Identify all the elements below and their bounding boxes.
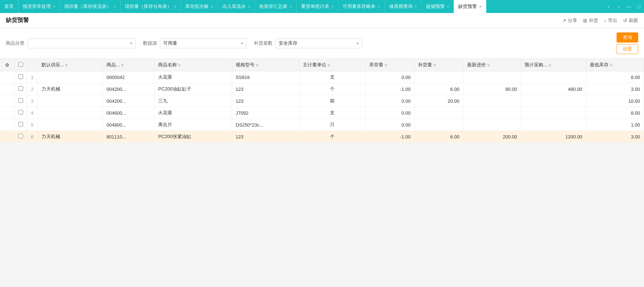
tab-close-icon[interactable]: × bbox=[174, 4, 176, 9]
tab-maximize-button[interactable]: □ bbox=[634, 0, 644, 13]
tab-close-icon[interactable]: × bbox=[248, 4, 250, 9]
tab-item-10[interactable]: 超储预警× bbox=[422, 0, 454, 13]
tab-item-11[interactable]: 缺货预警× bbox=[454, 0, 486, 13]
page-header: 缺货预警 ↗ 分享 ⊞ 补货 ↓ 导出 ↺ 刷新 bbox=[0, 13, 644, 28]
tab-close-icon[interactable]: × bbox=[290, 4, 292, 9]
cell-unit: 只 bbox=[299, 119, 366, 131]
col-header-min_stock[interactable]: 最低库存⇅ bbox=[586, 59, 644, 71]
tab-close-icon[interactable]: × bbox=[211, 4, 213, 9]
cell-stock: 0.00 bbox=[366, 107, 414, 119]
gear-icon[interactable]: ⚙ bbox=[5, 62, 9, 68]
cell-min_stock: 8.00 bbox=[586, 71, 644, 83]
col-header-spec[interactable]: 规格型号⇅ bbox=[232, 59, 299, 71]
tab-item-9[interactable]: 保质期查询× bbox=[385, 0, 422, 13]
row-checkbox[interactable] bbox=[18, 86, 23, 91]
tab-item-6[interactable]: 收发存汇总表× bbox=[255, 0, 296, 13]
select-all-checkbox[interactable] bbox=[18, 62, 23, 67]
table-wrapper: ⚙默认供应...⇅商品...⇅商品名称⇅规格型号⇅主计量单位⇅库存量⇅补货量⇅最… bbox=[0, 59, 644, 143]
col-header-unit[interactable]: 主计量单位⇅ bbox=[299, 59, 366, 71]
cell-supplier: 力天机械 bbox=[38, 131, 103, 143]
tab-close-icon[interactable]: × bbox=[53, 4, 55, 9]
row-checkbox[interactable] bbox=[18, 134, 23, 138]
category-arrow-icon: ▾ bbox=[130, 41, 132, 46]
query-button[interactable]: 查询 bbox=[617, 32, 638, 43]
refresh-button[interactable]: ↺ 刷新 bbox=[623, 17, 638, 24]
category-select[interactable]: ▾ bbox=[27, 38, 136, 48]
col-header-gear: ⚙ bbox=[0, 59, 14, 71]
replenish-filter-group: 补货基数 安全库存 ▾ bbox=[254, 38, 362, 48]
tab-item-3[interactable]: 现存量（库存分布表）× bbox=[121, 0, 181, 13]
tab-item-0[interactable]: 首页 bbox=[0, 0, 18, 13]
col-label: 主计量单位 bbox=[303, 62, 326, 68]
tab-close-icon[interactable]: × bbox=[378, 4, 380, 9]
tab-minimize-button[interactable]: — bbox=[624, 0, 634, 13]
tab-close-icon[interactable]: × bbox=[479, 4, 481, 9]
cell-est_purchase bbox=[521, 107, 586, 119]
tab-next-button[interactable]: › bbox=[614, 0, 624, 13]
tab-label: 出入库流水 bbox=[222, 3, 246, 10]
col-label: 预计采购... bbox=[525, 62, 547, 68]
tab-item-7[interactable]: 要货单统计表× bbox=[297, 0, 338, 13]
table-body: 10000042火花塞SS816支0.008.002力天机械004200...P… bbox=[0, 71, 644, 143]
cell-latest_price bbox=[463, 119, 521, 131]
tab-label: 拣货异常处理 bbox=[23, 3, 51, 10]
col-label: 商品名称 bbox=[158, 62, 177, 68]
replenish-button[interactable]: ⊞ 补货 bbox=[583, 17, 598, 24]
col-header-est_purchase[interactable]: 预计采购...⇅ bbox=[521, 59, 586, 71]
replenish-select[interactable]: 安全库存 ▾ bbox=[275, 38, 362, 48]
col-header-stock[interactable]: 库存量⇅ bbox=[366, 59, 414, 71]
cell-replenish: 20.00 bbox=[414, 95, 463, 107]
cell-check bbox=[14, 119, 27, 131]
row-checkbox[interactable] bbox=[18, 98, 23, 103]
col-header-latest_price[interactable]: 最新进价⇅ bbox=[463, 59, 521, 71]
col-header-name[interactable]: 商品名称⇅ bbox=[155, 59, 232, 71]
category-label: 商品分类 bbox=[6, 40, 25, 47]
cell-name: PC200张紧油缸 bbox=[155, 131, 232, 143]
datasource-select[interactable]: 可用量 ▾ bbox=[160, 38, 247, 48]
cell-check bbox=[14, 83, 27, 95]
cell-replenish: 6.00 bbox=[414, 83, 463, 95]
tab-item-5[interactable]: 出入库流水× bbox=[218, 0, 255, 13]
sort-icon-min_stock: ⇅ bbox=[610, 63, 613, 67]
tab-close-icon[interactable]: × bbox=[113, 4, 116, 9]
share-button[interactable]: ↗ 分享 bbox=[562, 17, 577, 24]
row-checkbox[interactable] bbox=[18, 74, 23, 79]
col-header-sku[interactable]: 商品...⇅ bbox=[103, 59, 155, 71]
tab-item-8[interactable]: 可用量库存账本× bbox=[338, 0, 384, 13]
tab-close-icon[interactable]: × bbox=[415, 4, 417, 9]
cell-replenish bbox=[414, 107, 463, 119]
cell-name: 火花塞 bbox=[155, 71, 232, 83]
table-row: 6力天机械801110...PC200张紧油缸123个-1.006.00200.… bbox=[0, 131, 644, 143]
cell-min_stock: 1.00 bbox=[586, 119, 644, 131]
tab-nav-buttons: ‹ › — □ bbox=[604, 0, 644, 13]
cell-sku: 004600... bbox=[103, 107, 155, 119]
datasource-arrow-icon: ▾ bbox=[241, 41, 243, 46]
tab-prev-button[interactable]: ‹ bbox=[604, 0, 614, 13]
row-checkbox[interactable] bbox=[18, 110, 23, 115]
table-row: 10000042火花塞SS816支0.008.00 bbox=[0, 71, 644, 83]
col-header-replenish[interactable]: 补货量⇅ bbox=[414, 59, 463, 71]
filter-area: 商品分类 ▾ 数据源 可用量 ▾ 补货基数 安全库存 ▾ 查询 设置 bbox=[0, 28, 644, 59]
cell-supplier: 力天机械 bbox=[38, 83, 103, 95]
cell-stock: 0.00 bbox=[366, 71, 414, 83]
cell-rownum: 6 bbox=[27, 131, 38, 143]
tab-close-icon[interactable]: × bbox=[447, 4, 449, 9]
tab-close-icon[interactable]: × bbox=[331, 4, 334, 9]
replenish-value: 安全库存 bbox=[279, 40, 297, 47]
cell-est_purchase: 480.00 bbox=[521, 83, 586, 95]
tab-label: 要货单统计表 bbox=[301, 3, 329, 10]
cell-latest_price: 80.00 bbox=[463, 83, 521, 95]
tab-label: 首页 bbox=[4, 3, 14, 10]
col-header-supplier[interactable]: 默认供应...⇅ bbox=[38, 59, 103, 71]
row-checkbox[interactable] bbox=[18, 122, 23, 127]
table-header-row: ⚙默认供应...⇅商品...⇅商品名称⇅规格型号⇅主计量单位⇅库存量⇅补货量⇅最… bbox=[0, 59, 644, 71]
tab-item-2[interactable]: 现存量（库存状况表）× bbox=[60, 0, 120, 13]
export-button[interactable]: ↓ 导出 bbox=[604, 17, 617, 24]
tab-item-1[interactable]: 拣货异常处理× bbox=[18, 0, 60, 13]
cell-supplier bbox=[38, 107, 103, 119]
cell-latest_price bbox=[463, 107, 521, 119]
export-icon: ↓ bbox=[604, 18, 606, 23]
settings-button[interactable]: 设置 bbox=[617, 44, 638, 54]
cell-est_purchase bbox=[521, 95, 586, 107]
tab-item-4[interactable]: 库存批次账× bbox=[181, 0, 218, 13]
